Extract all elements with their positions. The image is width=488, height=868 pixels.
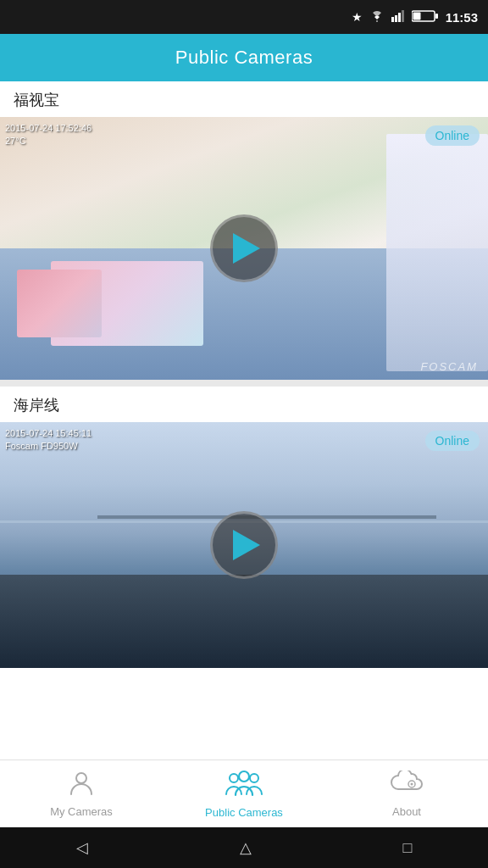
about-icon bbox=[390, 771, 424, 802]
recent-button[interactable]: □ bbox=[403, 839, 413, 857]
play-triangle-2 bbox=[233, 530, 260, 560]
section-divider bbox=[0, 380, 488, 387]
svg-rect-5 bbox=[435, 14, 438, 19]
camera-feed-1[interactable]: 2015-07-24 17:52:46 27°C Online FOSCAM bbox=[0, 117, 488, 380]
about-label: About bbox=[392, 805, 421, 818]
camera-2-status: Online bbox=[425, 431, 480, 451]
bottom-nav: My Cameras Public Cameras bbox=[0, 760, 488, 827]
public-cameras-label: Public Cameras bbox=[205, 806, 283, 819]
my-cameras-label: My Cameras bbox=[50, 805, 113, 818]
camera-section-1: 福视宝 2015-07-24 17:52:46 27°C Onli bbox=[0, 81, 488, 380]
signal-icon bbox=[391, 10, 405, 25]
home-button[interactable]: △ bbox=[240, 838, 252, 857]
status-bar: ★ 11:53 bbox=[0, 0, 488, 34]
my-cameras-icon bbox=[68, 771, 95, 802]
nav-item-public-cameras[interactable]: Public Cameras bbox=[163, 763, 325, 826]
svg-point-9 bbox=[250, 774, 258, 782]
app-bar: Public Cameras bbox=[0, 34, 488, 81]
content-area: 福视宝 2015-07-24 17:52:46 27°C Onli bbox=[0, 81, 488, 760]
camera-feed-2[interactable]: 2015-07-24 15:45:11 Foscam FD950W Online bbox=[0, 422, 488, 668]
feed-2-overlay bbox=[0, 422, 488, 668]
camera-1-timestamp: 2015-07-24 17:52:46 27°C bbox=[5, 122, 92, 148]
svg-rect-0 bbox=[391, 17, 394, 22]
nav-item-my-cameras[interactable]: My Cameras bbox=[0, 764, 163, 825]
camera-2-timestamp: 2015-07-24 15:45:11 Foscam FD950W bbox=[5, 427, 92, 453]
svg-rect-6 bbox=[413, 12, 420, 19]
svg-point-12 bbox=[411, 782, 413, 785]
svg-point-10 bbox=[239, 771, 249, 782]
system-nav-bar: ◁ △ □ bbox=[0, 827, 488, 868]
camera-2-label: 海岸线 bbox=[0, 387, 488, 422]
svg-rect-2 bbox=[398, 13, 401, 22]
svg-point-8 bbox=[230, 774, 238, 782]
star-icon: ★ bbox=[352, 10, 363, 24]
play-triangle-1 bbox=[233, 233, 260, 264]
camera-1-label: 福视宝 bbox=[0, 81, 488, 117]
svg-rect-1 bbox=[395, 15, 397, 22]
wifi-icon bbox=[369, 10, 385, 25]
camera-1-play-button[interactable] bbox=[210, 214, 278, 282]
camera-1-status: Online bbox=[425, 125, 480, 146]
camera-section-2: 海岸线 2015-07-24 15:45:11 Foscam FD950W bbox=[0, 387, 488, 668]
public-cameras-icon bbox=[225, 770, 263, 803]
status-time: 11:53 bbox=[446, 10, 478, 25]
feed-1-overlay bbox=[0, 117, 488, 380]
svg-rect-3 bbox=[402, 10, 404, 22]
app-bar-title: Public Cameras bbox=[175, 47, 313, 69]
nav-item-about[interactable]: About bbox=[325, 764, 488, 825]
back-button[interactable]: ◁ bbox=[76, 838, 88, 857]
foscam-watermark-1: FOSCAM bbox=[420, 360, 478, 373]
camera-2-play-button[interactable] bbox=[210, 511, 278, 579]
svg-point-7 bbox=[76, 773, 86, 783]
battery-icon bbox=[412, 9, 439, 25]
